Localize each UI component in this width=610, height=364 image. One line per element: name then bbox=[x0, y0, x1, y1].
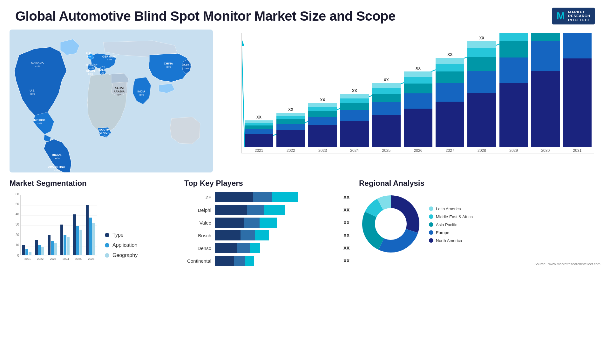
player-bar-zf bbox=[215, 192, 340, 202]
svg-rect-58 bbox=[48, 235, 51, 255]
svg-text:ITALY: ITALY bbox=[98, 68, 106, 71]
svg-text:xx%: xx% bbox=[166, 65, 171, 68]
player-row-valeo: Valeo XX bbox=[184, 218, 349, 228]
svg-text:xx%: xx% bbox=[35, 65, 40, 68]
svg-text:2026: 2026 bbox=[88, 257, 94, 260]
svg-text:10: 10 bbox=[16, 243, 19, 247]
svg-rect-60 bbox=[54, 243, 57, 255]
legend-asia-pacific: Asia Pacific bbox=[429, 222, 473, 227]
player-val-continental: XX bbox=[343, 258, 349, 263]
svg-text:FRANCE: FRANCE bbox=[85, 64, 98, 67]
legend-europe: Europe bbox=[429, 230, 473, 235]
svg-text:xx%: xx% bbox=[37, 122, 42, 125]
player-name-valeo: Valeo bbox=[184, 220, 211, 226]
svg-text:50: 50 bbox=[16, 202, 19, 206]
logo-line2: RESEARCH bbox=[568, 14, 590, 18]
svg-text:20: 20 bbox=[16, 233, 19, 237]
svg-text:xx%: xx% bbox=[55, 157, 59, 160]
asia-pacific-label: Asia Pacific bbox=[436, 222, 457, 227]
player-row-delphi: Delphi XX bbox=[184, 205, 349, 215]
player-row-denso: Denso XX bbox=[184, 243, 349, 253]
bar-2027: XX 2027 bbox=[436, 52, 464, 153]
svg-text:xx%: xx% bbox=[107, 58, 112, 61]
svg-text:xx%: xx% bbox=[102, 135, 106, 138]
svg-rect-50 bbox=[22, 245, 25, 255]
bar-2025: XX 2025 bbox=[372, 78, 401, 153]
latin-america-dot bbox=[429, 206, 433, 211]
page-title: Global Automotive Blind Spot Monitor Mar… bbox=[15, 9, 396, 24]
legend-application-label: Application bbox=[112, 242, 137, 248]
geography-dot bbox=[105, 253, 109, 258]
svg-text:SPAIN: SPAIN bbox=[86, 69, 95, 72]
svg-text:CANADA: CANADA bbox=[31, 61, 44, 64]
svg-text:SAUDI: SAUDI bbox=[115, 87, 124, 90]
legend-application: Application bbox=[105, 242, 138, 248]
legend-mea: Middle East & Africa bbox=[429, 214, 473, 219]
bar-2028: XX 2028 bbox=[467, 36, 496, 153]
player-name-delphi: Delphi bbox=[184, 207, 211, 213]
legend-type: Type bbox=[105, 232, 138, 238]
svg-text:0: 0 bbox=[17, 254, 19, 257]
type-dot bbox=[105, 233, 109, 237]
svg-text:AFRICA: AFRICA bbox=[99, 131, 110, 134]
legend-type-label: Type bbox=[112, 232, 124, 238]
players-list: ZF XX Delphi XX Valeo bbox=[184, 192, 349, 266]
regional-legend: Latin America Middle East & Africa Asia … bbox=[429, 206, 473, 243]
svg-text:2022: 2022 bbox=[37, 257, 44, 260]
svg-text:U.S.: U.S. bbox=[30, 89, 35, 92]
mea-label: Middle East & Africa bbox=[436, 214, 473, 219]
player-val-denso: XX bbox=[343, 246, 349, 251]
players-panel: Top Key Players ZF XX Delphi bbox=[184, 179, 349, 268]
segmentation-panel: Market Segmentation 0 10 20 30 40 50 60 bbox=[10, 179, 175, 268]
bar-2026: XX 2026 bbox=[404, 66, 432, 153]
latin-america-label: Latin America bbox=[436, 206, 461, 211]
svg-text:ARGENTINA: ARGENTINA bbox=[48, 165, 65, 168]
player-bar-valeo bbox=[215, 218, 340, 228]
segmentation-title: Market Segmentation bbox=[10, 179, 175, 188]
player-row-bosch: Bosch XX bbox=[184, 230, 349, 240]
seg-chart: 0 10 20 30 40 50 60 bbox=[10, 192, 98, 268]
north-america-label: North America bbox=[436, 238, 462, 243]
svg-rect-70 bbox=[86, 205, 89, 255]
legend-north-america: North America bbox=[429, 238, 473, 243]
regional-content: Latin America Middle East & Africa Asia … bbox=[359, 192, 600, 257]
legend-geography: Geography bbox=[105, 253, 138, 258]
logo-line1: MARKET bbox=[568, 10, 590, 14]
bar-chart: XX 2021 XX bbox=[241, 33, 594, 153]
application-dot bbox=[105, 243, 109, 247]
bar-2030: XX 2030 bbox=[531, 33, 560, 153]
bar-2023: XX 2023 bbox=[308, 98, 337, 153]
svg-rect-51 bbox=[25, 249, 28, 255]
player-val-delphi: XX bbox=[343, 207, 349, 212]
seg-legend: Type Application Geography bbox=[105, 232, 138, 268]
svg-text:xx%: xx% bbox=[139, 93, 144, 96]
svg-text:xx%: xx% bbox=[99, 72, 104, 75]
regional-title: Regional Analysis bbox=[359, 179, 600, 188]
mea-dot bbox=[429, 214, 433, 219]
regional-panel: Regional Analysis bbox=[359, 179, 600, 268]
svg-rect-52 bbox=[29, 252, 31, 255]
svg-text:60: 60 bbox=[16, 192, 19, 196]
source-text: Source : www.marketresearchintellect.com bbox=[359, 262, 600, 266]
svg-text:CHINA: CHINA bbox=[164, 62, 173, 65]
player-val-bosch: XX bbox=[343, 233, 349, 238]
svg-rect-72 bbox=[92, 223, 95, 255]
player-val-zf: XX bbox=[343, 195, 349, 200]
svg-rect-68 bbox=[79, 230, 82, 255]
svg-rect-66 bbox=[73, 214, 76, 255]
north-america-dot bbox=[429, 238, 433, 243]
bar-2021: XX 2021 bbox=[245, 115, 273, 153]
svg-rect-63 bbox=[64, 235, 66, 255]
legend-latin-america: Latin America bbox=[429, 206, 473, 211]
player-bar-continental bbox=[215, 256, 340, 266]
bar-chart-panel: XX 2021 XX bbox=[222, 30, 600, 172]
svg-rect-64 bbox=[67, 237, 70, 255]
svg-text:xx%: xx% bbox=[184, 67, 189, 70]
svg-text:xx%: xx% bbox=[54, 169, 59, 172]
svg-rect-55 bbox=[38, 245, 41, 255]
players-title: Top Key Players bbox=[184, 179, 349, 188]
svg-text:BRAZIL: BRAZIL bbox=[52, 153, 63, 157]
svg-rect-71 bbox=[89, 218, 92, 255]
svg-text:xx%: xx% bbox=[117, 93, 121, 96]
europe-label: Europe bbox=[436, 230, 449, 235]
